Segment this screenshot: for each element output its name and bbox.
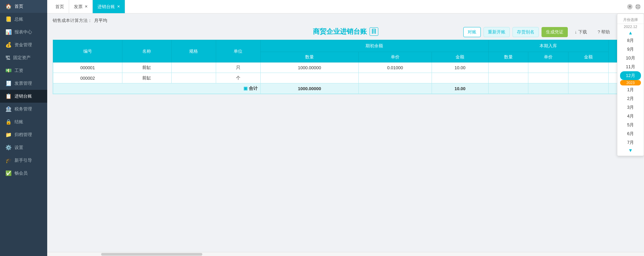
sidebar-item-label: 发票管理	[14, 80, 32, 86]
col-sub-inbound-qty: 数量	[488, 52, 528, 62]
month-item-12[interactable]: 12月	[620, 71, 641, 80]
month-item-6[interactable]: 6月	[617, 129, 644, 138]
page-header: 商贸企业进销台账 目 对账 重新开账 存货别名 生成凭证 ↓ 下载 ? 帮助 ↻…	[53, 27, 639, 36]
invoice-icon: 🧾	[5, 80, 12, 86]
page-title: 商贸企业进销台账 目	[313, 27, 378, 36]
reports-icon: 📊	[5, 29, 12, 35]
cell-inbound-amount	[568, 73, 609, 83]
month-item-10[interactable]: 10月	[617, 54, 644, 62]
guide-icon: 🎓	[5, 157, 12, 163]
page-title-icon[interactable]: 目	[370, 27, 378, 36]
tab-bar: 首页 发票 ✕ 进销台账 ✕ ✕ ⛶	[47, 0, 644, 14]
sidebar-item-label: 新手引导	[14, 157, 32, 163]
sidebar-item-funds[interactable]: 💰 资金管理	[0, 39, 47, 51]
cell-code: 000002	[53, 73, 122, 83]
sidebar-item-label: 固定资产	[13, 55, 31, 61]
sidebar-item-settings[interactable]: ⚙️ 设置	[0, 141, 47, 154]
cell-inbound-qty	[488, 73, 528, 83]
month-item-2[interactable]: 2月	[617, 94, 644, 103]
sidebar-item-home[interactable]: 🏠 首页	[0, 0, 47, 13]
generate-voucher-button[interactable]: 生成凭证	[541, 27, 568, 37]
month-next-button[interactable]: ▼	[617, 147, 644, 154]
close-period-icon: 🔒	[5, 119, 12, 125]
month-item-5[interactable]: 5月	[617, 121, 644, 129]
col-header-name: 名称	[122, 40, 171, 62]
inventory-table: 编号 名称 规格 单位 期初余额 本期入库 数 数量 单价 金额 数量 单价	[53, 40, 638, 94]
sidebar-item-payroll[interactable]: 💵 工资	[0, 64, 47, 77]
sidebar-item-invoice-mgmt[interactable]: 🧾 发票管理	[0, 77, 47, 90]
reopen-button[interactable]: 重新开账	[484, 27, 510, 37]
month-item-7[interactable]: 7月	[617, 138, 644, 147]
month-item-1[interactable]: 1月	[617, 85, 644, 94]
sidebar-item-inventory[interactable]: 📋 进销台账	[0, 90, 47, 103]
tab-inventory[interactable]: 进销台账 ✕	[93, 0, 125, 13]
cell-unit: 只	[216, 62, 260, 73]
tab-home-label: 首页	[55, 4, 64, 10]
sidebar-item-guide[interactable]: 🎓 新手引导	[0, 154, 47, 167]
tab-invoice-label: 发票	[74, 4, 83, 10]
total-label-cell: ▣合计	[53, 83, 261, 94]
window-close-button[interactable]: ✕	[627, 4, 633, 9]
month-panel-title: 月份选择	[617, 16, 644, 24]
tab-home[interactable]: 首页	[51, 0, 69, 13]
sidebar-item-label: 税务管理	[14, 106, 32, 112]
month-item-8[interactable]: 8月	[617, 36, 644, 45]
save-as-button[interactable]: 存货别名	[513, 27, 539, 37]
col-header-unit: 单位	[216, 40, 260, 62]
tab-inventory-close[interactable]: ✕	[117, 4, 120, 9]
cell-opening-amount: 10.00	[432, 62, 488, 73]
cost-method-value: 月平均	[94, 18, 107, 24]
cell-opening-qty: 1000.00000	[261, 62, 359, 73]
settings-icon: ⚙️	[5, 145, 12, 151]
assets-icon: 🏗	[5, 55, 10, 61]
sidebar-item-archive[interactable]: 📁 归档管理	[0, 128, 47, 141]
ledger-icon: 📒	[5, 16, 12, 22]
page-title-text: 商贸企业进销台账	[313, 27, 367, 36]
sidebar-item-label: 畅会员	[14, 170, 28, 176]
sidebar-item-close[interactable]: 🔒 结账	[0, 116, 47, 128]
archive-icon: 📁	[5, 132, 12, 138]
month-year-2022: 2022.12	[617, 24, 644, 29]
col-header-code: 编号	[53, 40, 122, 62]
cell-opening-qty	[261, 73, 359, 83]
sidebar-item-fixed-assets[interactable]: 🏗 固定资产	[0, 51, 47, 64]
month-item-9[interactable]: 9月	[617, 45, 644, 54]
download-button[interactable]: ↓ 下载	[570, 27, 591, 37]
col-sub-opening-amount: 金额	[432, 52, 488, 62]
reconcile-button[interactable]: 对账	[463, 27, 481, 37]
cell-opening-price: 0.01000	[358, 62, 432, 73]
table-row: 000001 前缸 只 1000.00000 0.01000 10.00	[53, 62, 638, 73]
scroll-thumb[interactable]	[101, 253, 202, 256]
total-icon: ▣	[243, 86, 247, 91]
main-content: 首页 发票 ✕ 进销台账 ✕ ✕ ⛶ 销售成本计算方法： 月平均 商贸企业进销台…	[47, 0, 644, 256]
sidebar-item-reports[interactable]: 📊 报表中心	[0, 26, 47, 39]
sidebar-item-label: 进销台账	[14, 93, 32, 99]
sidebar-item-tax[interactable]: 🏦 税务管理	[0, 103, 47, 116]
col-sub-opening-price: 单价	[358, 52, 432, 62]
cell-code: 000001	[53, 62, 122, 73]
sidebar-item-vip[interactable]: ✅ 畅会员	[0, 167, 47, 180]
total-inbound-price	[528, 83, 568, 94]
month-item-11[interactable]: 11月	[617, 62, 644, 71]
inventory-table-wrapper: 编号 名称 规格 单位 期初余额 本期入库 数 数量 单价 金额 数量 单价	[53, 40, 639, 94]
window-maximize-button[interactable]: ⛶	[635, 4, 641, 9]
month-item-4[interactable]: 4月	[617, 112, 644, 121]
cost-method-label: 销售成本计算方法：	[53, 18, 92, 24]
inventory-icon: 📋	[5, 93, 12, 99]
cell-inbound-amount	[568, 62, 609, 73]
cell-inbound-qty	[488, 62, 528, 73]
horizontal-scrollbar[interactable]	[47, 252, 644, 256]
cell-name: 前缸	[122, 62, 171, 73]
total-opening-qty: 1000.00000	[261, 83, 359, 94]
cell-name: 前缸	[122, 73, 171, 83]
sidebar-item-general-ledger[interactable]: 📒 总账	[0, 13, 47, 26]
tab-invoice-close[interactable]: ✕	[85, 4, 88, 9]
month-prev-button[interactable]: ▲	[617, 29, 644, 36]
cell-spec	[171, 73, 216, 83]
sidebar-item-label: 设置	[14, 145, 23, 151]
sidebar: 🏠 首页 📒 总账 📊 报表中心 💰 资金管理 🏗 固定资产 💵 工资 🧾 发票…	[0, 0, 47, 256]
sidebar-item-label: 结账	[14, 119, 23, 125]
tab-invoice[interactable]: 发票 ✕	[69, 0, 93, 13]
help-button[interactable]: ? 帮助	[594, 27, 614, 37]
month-item-3[interactable]: 3月	[617, 103, 644, 112]
